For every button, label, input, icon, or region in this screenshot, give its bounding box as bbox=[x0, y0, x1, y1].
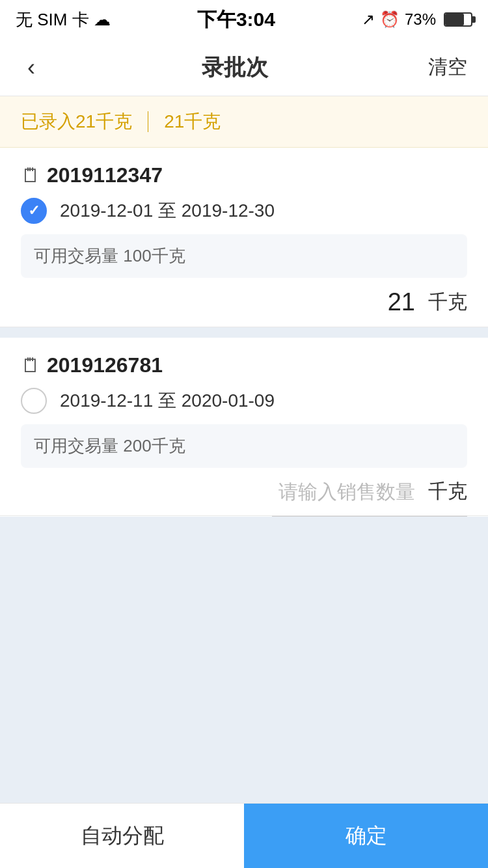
quantity-input-2[interactable] bbox=[220, 481, 415, 503]
summary-value: 21千克 bbox=[164, 109, 221, 134]
status-time: 下午3:04 bbox=[197, 7, 275, 33]
quantity-unit-1: 千克 bbox=[428, 289, 467, 316]
location-icon: ↗ bbox=[362, 10, 375, 29]
available-text-1: 可用交易量 100千克 bbox=[34, 246, 185, 265]
clear-button[interactable]: 清空 bbox=[428, 54, 467, 81]
page-title: 录批次 bbox=[202, 53, 268, 83]
summary-bar: 已录入21千克 21千克 bbox=[0, 96, 488, 148]
confirm-button[interactable]: 确定 bbox=[244, 804, 488, 868]
batch-card-2: 🗒 2019126781 ✓ 2019-12-11 至 2020-01-09 可… bbox=[0, 338, 488, 517]
status-left: 无 SIM 卡 ☁ bbox=[16, 8, 111, 31]
available-text-2: 可用交易量 200千克 bbox=[34, 436, 185, 455]
batch-date-2: 2019-12-11 至 2020-01-09 bbox=[60, 388, 275, 413]
batch-icon-2: 🗒 bbox=[21, 355, 40, 377]
quantity-value-1: 21 bbox=[388, 288, 415, 316]
status-right: ↗ ⏰ 73% bbox=[362, 10, 472, 29]
alarm-icon: ⏰ bbox=[380, 10, 400, 29]
batch-number-1: 2019112347 bbox=[47, 163, 163, 187]
no-sim-label: 无 SIM 卡 ☁ bbox=[16, 8, 111, 31]
status-bar: 无 SIM 卡 ☁ 下午3:04 ↗ ⏰ 73% bbox=[0, 0, 488, 39]
radio-batch-2[interactable]: ✓ bbox=[21, 388, 47, 414]
available-row-2: 可用交易量 200千克 bbox=[21, 424, 467, 468]
available-row-1: 可用交易量 100千克 bbox=[21, 234, 467, 278]
batch-icon-1: 🗒 bbox=[21, 165, 40, 187]
batch-card-1: 🗒 2019112347 ✓ 2019-12-01 至 2019-12-30 可… bbox=[0, 148, 488, 327]
summary-label: 已录入21千克 bbox=[21, 109, 132, 134]
nav-bar: ‹ 录批次 清空 bbox=[0, 39, 488, 96]
quantity-row-1: 21 千克 bbox=[0, 278, 488, 327]
empty-area bbox=[0, 517, 488, 803]
batch-number-2: 2019126781 bbox=[47, 353, 163, 377]
quantity-input-row-2[interactable]: 千克 bbox=[0, 468, 488, 516]
battery-icon bbox=[444, 12, 472, 27]
radio-batch-1[interactable]: ✓ bbox=[21, 198, 47, 224]
batch-date-1: 2019-12-01 至 2019-12-30 bbox=[60, 198, 275, 223]
quantity-unit-2: 千克 bbox=[428, 478, 467, 505]
check-icon-1: ✓ bbox=[28, 202, 40, 219]
back-button[interactable]: ‹ bbox=[21, 47, 42, 88]
bottom-bar: 自动分配 确定 bbox=[0, 803, 488, 868]
auto-distribute-button[interactable]: 自动分配 bbox=[0, 804, 244, 868]
summary-divider bbox=[148, 111, 148, 132]
section-divider bbox=[0, 327, 488, 338]
battery-percent: 73% bbox=[405, 10, 436, 29]
